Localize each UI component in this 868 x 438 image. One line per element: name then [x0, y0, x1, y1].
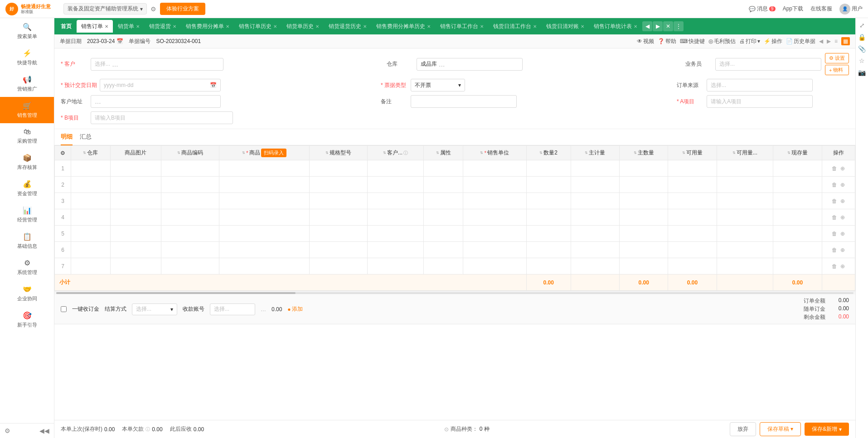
cell-code[interactable] — [161, 209, 219, 226]
warehouse-more-icon[interactable]: … — [439, 61, 445, 68]
help-btn[interactable]: ❓ 帮助 — [658, 38, 676, 45]
tab-close-icon[interactable]: ✕ — [427, 24, 431, 29]
copy-icon[interactable]: ⊕ — [840, 247, 845, 253]
sort-icon[interactable]: ⇅ — [539, 151, 543, 155]
cell-customer-code[interactable] — [367, 258, 424, 274]
delete-icon[interactable]: 🗑 — [832, 263, 837, 270]
date-value[interactable]: 2023-03-24 📅 — [87, 38, 123, 44]
remark-input[interactable] — [411, 95, 517, 108]
cell-unit[interactable] — [463, 209, 526, 226]
cell-qty2[interactable] — [526, 160, 571, 177]
tab-invoice-history[interactable]: 销货单历史 ✕ — [282, 20, 324, 33]
cell-main-unit[interactable] — [571, 226, 619, 242]
tab-daily-workbench[interactable]: 钱货日清工作台 ✕ — [489, 20, 541, 33]
operation-btn[interactable]: ⚡ 操作 — [764, 38, 782, 45]
cell-available[interactable] — [668, 209, 717, 226]
b-project-input[interactable]: 请输入B项目 — [91, 111, 233, 124]
shortcut-btn[interactable]: ⌨ 快捷键 — [680, 38, 705, 45]
cell-warehouse[interactable] — [71, 258, 111, 274]
cell-name[interactable] — [219, 226, 310, 242]
settings-float-btn[interactable]: ⚙ 设置 — [825, 53, 849, 63]
sort-icon[interactable]: ⇅ — [383, 151, 386, 155]
cell-code[interactable] — [161, 242, 219, 258]
cell-customer-code[interactable] — [367, 160, 424, 177]
cell-spec[interactable] — [309, 177, 367, 193]
save-draft-btn[interactable]: 保存草稿 ▾ — [760, 422, 801, 436]
cell-main-unit[interactable] — [571, 258, 619, 274]
sort-icon[interactable]: ⇅ — [325, 151, 329, 155]
th-settings[interactable]: ⚙ — [55, 146, 71, 160]
cell-qty2[interactable] — [526, 177, 571, 193]
copy-icon[interactable]: ⊕ — [840, 263, 845, 270]
cell-warehouse[interactable] — [71, 209, 111, 226]
cell-customer-code[interactable] — [367, 177, 424, 193]
tab-next-btn[interactable]: ▶ — [653, 21, 663, 31]
cell-spec[interactable] — [309, 258, 367, 274]
sidebar-item-inventory[interactable]: 📦 库存核算 — [0, 149, 54, 175]
cell-code[interactable] — [161, 160, 219, 177]
order-source-input[interactable]: 选择... — [707, 79, 813, 91]
cell-available2[interactable] — [717, 193, 773, 209]
tab-close-icon[interactable]: ✕ — [226, 24, 229, 29]
sidebar-item-quicknav[interactable]: ⚡ 快捷导航 — [0, 44, 54, 71]
tab-close-icon[interactable]: ✕ — [273, 24, 277, 29]
cell-attribute[interactable] — [424, 193, 463, 209]
sidebar-item-search[interactable]: 🔍 搜索菜单 — [0, 18, 54, 44]
profit-btn[interactable]: ◎ 毛利预估 — [708, 38, 736, 45]
sidebar-item-purchase[interactable]: 🛍 采购管理 — [0, 123, 54, 149]
tab-stats[interactable]: 销售订单统计表 ✕ — [589, 20, 642, 33]
tab-home[interactable]: 首页 — [56, 20, 76, 33]
cell-main-qty[interactable] — [620, 226, 668, 242]
cell-stock[interactable] — [773, 193, 822, 209]
industry-btn[interactable]: 体验行业方案 — [160, 3, 205, 15]
cell-image[interactable] — [110, 226, 161, 242]
tab-close-icon[interactable]: ✕ — [634, 24, 637, 29]
cell-qty2[interactable] — [526, 209, 571, 226]
cell-main-unit[interactable] — [571, 242, 619, 258]
sort-icon[interactable]: ⇅ — [682, 151, 685, 155]
sidebar-item-sales[interactable]: 🛒 销售管理 — [0, 97, 54, 123]
cell-available[interactable] — [668, 160, 717, 177]
cell-unit[interactable] — [463, 193, 526, 209]
cell-spec[interactable] — [309, 242, 367, 258]
cell-warehouse[interactable] — [71, 193, 111, 209]
copy-icon[interactable]: ⊕ — [840, 165, 845, 172]
cell-image[interactable] — [110, 177, 161, 193]
cell-attribute[interactable] — [424, 209, 463, 226]
cell-available2[interactable] — [717, 242, 773, 258]
sidebar-item-operations[interactable]: 📊 经营管理 — [0, 202, 54, 228]
cell-stock[interactable] — [773, 209, 822, 226]
staff-input[interactable]: 选择... — [715, 58, 821, 71]
cell-qty2[interactable] — [526, 258, 571, 274]
cell-qty2[interactable] — [526, 226, 571, 242]
cell-main-qty[interactable] — [620, 258, 668, 274]
delete-icon[interactable]: 🗑 — [832, 231, 837, 237]
tab-close-icon[interactable]: ✕ — [105, 24, 108, 29]
cell-warehouse[interactable] — [71, 160, 111, 177]
material-float-btn[interactable]: + 物料 — [825, 65, 849, 75]
grid-view-icon[interactable]: ≡ — [834, 38, 838, 44]
cell-code[interactable] — [161, 226, 219, 242]
history-btn[interactable]: 📄 历史单据 — [786, 38, 815, 45]
sidebar-item-guide[interactable]: 🎯 新手引导 — [0, 307, 54, 333]
collapse-icon[interactable]: ◀◀ — [39, 427, 49, 434]
cell-name[interactable] — [219, 209, 310, 226]
cell-spec[interactable] — [309, 193, 367, 209]
cell-stock[interactable] — [773, 226, 822, 242]
cell-qty2[interactable] — [526, 193, 571, 209]
user-menu[interactable]: 👤 用户 — [839, 4, 863, 14]
cell-available2[interactable] — [717, 226, 773, 242]
sort-icon[interactable]: ⇅ — [732, 151, 736, 155]
app-download-btn[interactable]: App下载 — [783, 5, 803, 13]
cell-code[interactable] — [161, 258, 219, 274]
sidebar-item-system[interactable]: ⚙ 系统管理 — [0, 254, 54, 280]
scroll-bar[interactable] — [54, 291, 855, 294]
cell-attribute[interactable] — [424, 258, 463, 274]
star-right-icon[interactable]: ☆ — [857, 55, 868, 66]
tab-fee-history[interactable]: 销售费用分摊单历史 ✕ — [372, 20, 435, 33]
cell-main-unit[interactable] — [571, 193, 619, 209]
copy-icon[interactable]: ⊕ — [840, 214, 845, 221]
customer-more-icon[interactable]: … — [112, 61, 118, 68]
sort-icon[interactable]: ⇅ — [634, 151, 637, 155]
cell-available[interactable] — [668, 258, 717, 274]
